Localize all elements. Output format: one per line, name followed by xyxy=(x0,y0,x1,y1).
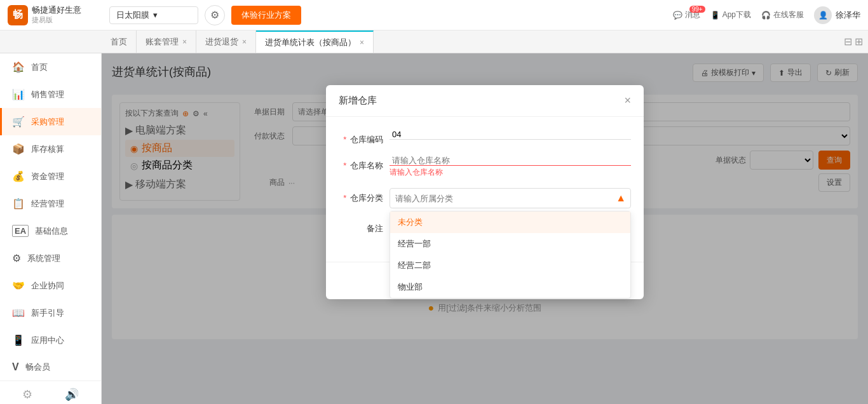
modal-close-button[interactable]: × xyxy=(624,94,631,107)
tab-accounts-close[interactable]: × xyxy=(182,37,187,46)
app-logo-icon: 畅 xyxy=(8,5,28,25)
tab-purchase-stats[interactable]: 进货单统计表（按商品） × xyxy=(256,30,374,53)
header-center: ⚙ 体验行业方案 xyxy=(205,5,667,25)
sidebar-item-inventory[interactable]: 📦 库存核算 xyxy=(0,135,101,163)
tab-purchase-return-label: 进货退货 xyxy=(205,36,238,48)
sidebar-item-home-label: 首页 xyxy=(31,62,48,73)
dropdown-item-uncategorized[interactable]: 未分类 xyxy=(390,212,630,233)
sidebar-item-enterprise-label: 企业协同 xyxy=(31,280,64,292)
warehouse-name-input[interactable] xyxy=(390,156,631,166)
required-star-code: * xyxy=(343,135,346,144)
sidebar-item-finance-label: 资金管理 xyxy=(31,171,64,182)
sidebar-item-guide[interactable]: 📖 新手引导 xyxy=(0,299,101,327)
purchase-icon: 🛒 xyxy=(12,116,25,128)
tab-maximize-icon[interactable]: ⊞ xyxy=(855,36,863,48)
warehouse-code-input-wrapper xyxy=(390,130,631,140)
tab-end-buttons: ⊟ ⊞ xyxy=(839,30,868,53)
user-name: 徐泽华 xyxy=(836,10,860,21)
required-star-cat: * xyxy=(343,193,346,203)
messages-button[interactable]: 💬 消息 99+ xyxy=(673,10,700,20)
avatar: 👤 xyxy=(814,6,832,24)
app-subtitle: 捷易版 xyxy=(32,15,81,25)
category-dropdown: 未分类 经营一部 经营二部 物业部 xyxy=(390,211,631,299)
logo-area: 畅 畅捷通好生意 捷易版 xyxy=(8,5,103,25)
sidebar-item-operations-label: 经营管理 xyxy=(31,198,64,210)
tab-purchase-stats-close[interactable]: × xyxy=(360,38,364,47)
app-center-icon: 📱 xyxy=(12,334,25,346)
warehouse-category-label: * 仓库分类 xyxy=(339,188,383,204)
top-header: 畅 畅捷通好生意 捷易版 日太阳膜 ▾ ⚙ 体验行业方案 💬 消息 99+ 📱 … xyxy=(0,0,868,30)
speaker-footer-icon[interactable]: 🔊 xyxy=(65,387,79,401)
sidebar-item-enterprise[interactable]: 🤝 企业协同 xyxy=(0,272,101,299)
sidebar-item-system-label: 系统管理 xyxy=(27,253,60,264)
add-warehouse-modal: 新增仓库 × * 仓库编码 * xyxy=(326,85,644,299)
category-input[interactable] xyxy=(390,188,631,208)
warehouse-code-input[interactable] xyxy=(390,130,631,140)
sales-icon: 📊 xyxy=(12,88,25,100)
tab-purchase-return-close[interactable]: × xyxy=(242,37,247,46)
store-selector[interactable]: 日太阳膜 ▾ xyxy=(109,6,198,24)
main-content: 进货单统计(按商品) 🖨 按模板打印 ▾ ⬆ 导出 ↻ 刷新 xyxy=(102,53,868,404)
tab-home-label: 首页 xyxy=(111,36,127,48)
warehouse-code-label: * 仓库编码 xyxy=(339,130,383,145)
category-arrow-icon[interactable]: ▲ xyxy=(616,192,626,204)
modal-title: 新增仓库 xyxy=(339,95,377,107)
sidebar-item-finance[interactable]: 💰 资金管理 xyxy=(0,163,101,190)
layout: 🏠 首页 📊 销售管理 🛒 采购管理 📦 库存核算 💰 资金管理 📋 经营管理 … xyxy=(0,53,868,404)
sidebar-item-home[interactable]: 🏠 首页 xyxy=(0,53,101,81)
sidebar-item-purchase[interactable]: 🛒 采购管理 xyxy=(0,108,101,135)
sidebar-item-basic-info[interactable]: EA 基础信息 xyxy=(0,217,101,245)
app-title: 畅捷通好生意 xyxy=(32,5,81,15)
app-download-button[interactable]: 📱 App下载 xyxy=(710,10,751,20)
tab-purchase-return[interactable]: 进货退货 × xyxy=(196,30,256,53)
modal-header: 新增仓库 × xyxy=(326,85,644,117)
tab-home[interactable]: 首页 xyxy=(102,30,137,53)
sidebar-footer: ⚙ 🔊 xyxy=(0,380,101,404)
settings-footer-icon[interactable]: ⚙ xyxy=(22,387,32,401)
vip-icon: V xyxy=(12,361,19,373)
online-service-label: 在线客服 xyxy=(773,10,804,20)
sidebar-item-app-center[interactable]: 📱 应用中心 xyxy=(0,327,101,354)
required-star-name: * xyxy=(343,161,346,170)
home-icon: 🏠 xyxy=(12,61,25,73)
dropdown-item-dept2[interactable]: 经营二部 xyxy=(390,255,630,276)
messages-badge: 99+ xyxy=(689,6,705,13)
sidebar-item-vip[interactable]: V 畅会员 xyxy=(0,354,101,380)
inventory-icon: 📦 xyxy=(12,143,25,155)
message-icon: 💬 xyxy=(673,11,682,20)
sidebar-item-app-center-label: 应用中心 xyxy=(31,335,64,346)
warehouse-name-label: * 仓库名称 xyxy=(339,156,383,172)
app-download-label: App下载 xyxy=(722,10,751,20)
sidebar-item-inventory-label: 库存核算 xyxy=(31,144,64,155)
user-area[interactable]: 👤 徐泽华 xyxy=(814,6,860,24)
category-input-wrapper: ▲ 未分类 经营一部 经营二部 物业部 xyxy=(390,188,631,208)
warehouse-category-row: * 仓库分类 ▲ 未分类 经营一部 经营二部 物业部 xyxy=(339,188,631,208)
sidebar-item-basic-info-label: 基础信息 xyxy=(35,226,68,237)
modal-body: * 仓库编码 * 仓库名称 请输入仓库名称 xyxy=(326,117,644,262)
store-name: 日太阳膜 xyxy=(116,10,149,21)
basic-info-icon: EA xyxy=(12,225,29,237)
warehouse-code-row: * 仓库编码 xyxy=(339,130,631,145)
warehouse-name-input-wrapper: 请输入仓库名称 xyxy=(390,156,631,178)
system-icon: ⚙ xyxy=(12,252,21,264)
gear-button[interactable]: ⚙ xyxy=(205,5,225,25)
trial-button[interactable]: 体验行业方案 xyxy=(231,6,301,25)
sidebar-item-sales[interactable]: 📊 销售管理 xyxy=(0,81,101,108)
dropdown-item-property[interactable]: 物业部 xyxy=(390,276,630,298)
sidebar-item-operations[interactable]: 📋 经营管理 xyxy=(0,190,101,217)
enterprise-icon: 🤝 xyxy=(12,279,25,292)
tab-minimize-icon[interactable]: ⊟ xyxy=(844,36,852,48)
tab-bar: 首页 账套管理 × 进货退货 × 进货单统计表（按商品） × ⊟ ⊞ xyxy=(0,30,868,53)
online-service-button[interactable]: 🎧 在线客服 xyxy=(761,10,804,20)
notes-label: 备注 xyxy=(339,219,383,234)
sidebar-item-guide-label: 新手引导 xyxy=(31,307,64,319)
warehouse-name-error: 请输入仓库名称 xyxy=(390,167,631,178)
sidebar-item-system[interactable]: ⚙ 系统管理 xyxy=(0,245,101,272)
sidebar: 🏠 首页 📊 销售管理 🛒 采购管理 📦 库存核算 💰 资金管理 📋 经营管理 … xyxy=(0,53,102,404)
tab-accounts[interactable]: 账套管理 × xyxy=(137,30,196,53)
dropdown-item-dept1[interactable]: 经营一部 xyxy=(390,233,630,255)
mobile-icon: 📱 xyxy=(710,11,720,20)
headset-icon: 🎧 xyxy=(761,11,771,20)
sidebar-item-sales-label: 销售管理 xyxy=(31,89,64,100)
warehouse-name-row: * 仓库名称 请输入仓库名称 xyxy=(339,156,631,178)
